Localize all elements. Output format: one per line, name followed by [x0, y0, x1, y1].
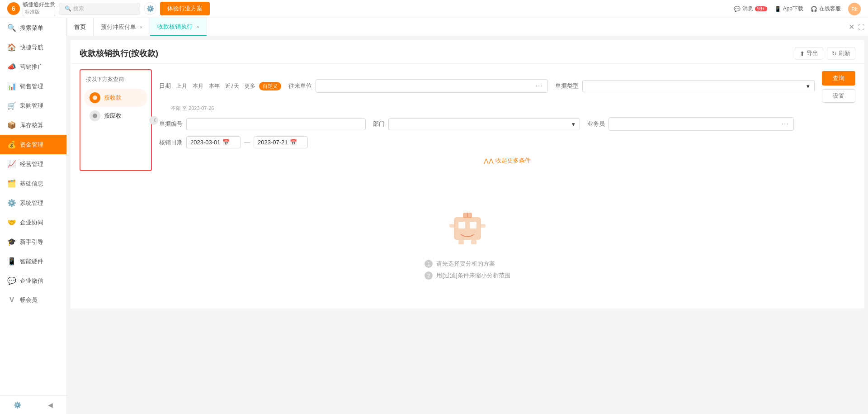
sidebar-item-operations[interactable]: 📈 经营管理: [0, 154, 66, 174]
tab-home-label: 首页: [74, 23, 86, 31]
solution-button[interactable]: 体验行业方案: [160, 2, 210, 15]
filter-option-by-collection[interactable]: 按收款: [84, 89, 147, 107]
date-no-limit-text: 不限 至 2023-07-26: [171, 105, 214, 111]
app-download-label: App下载: [783, 5, 803, 13]
department-filter-item: 部门 ▾: [373, 118, 580, 130]
sidebar: 🔍 搜索菜单 🏠 快捷导航 📣 营销推广 📊 销售管理 🛒 采购管理 📦 库存核…: [0, 18, 67, 414]
sidebar-label-system: 系统管理: [20, 199, 43, 207]
filter-option-receivable-label: 按应收: [104, 112, 122, 120]
date-filter-item: 日期 上月 本月 本年 近7天 更多 自定义: [159, 81, 281, 91]
date-this-month-btn[interactable]: 本月: [191, 81, 205, 91]
collection-option-icon: [90, 92, 100, 103]
sidebar-item-finance[interactable]: 💰 资金管理: [0, 135, 66, 154]
sidebar-item-shortcuts[interactable]: 🏠 快捷导航: [0, 38, 66, 57]
tab-collection-label: 收款核销执行: [157, 23, 193, 31]
system-icon: ⚙️: [7, 199, 16, 207]
enterprise-icon: 🤝: [7, 218, 16, 227]
sidebar-collapse-arrow[interactable]: 《: [149, 116, 158, 125]
user-avatar[interactable]: Rit: [848, 3, 861, 15]
calendar-start-icon: 📅: [222, 139, 230, 146]
tab-prepay-close[interactable]: ×: [140, 24, 142, 30]
sidebar-label-shortcuts: 快捷导航: [20, 43, 43, 52]
salesperson-filter-item: 业务员 ···: [587, 117, 794, 131]
salesperson-select[interactable]: ···: [609, 117, 794, 131]
sidebar-item-wechat[interactable]: 💬 企业微信: [0, 271, 66, 290]
filter-option-collection-label: 按收款: [104, 94, 122, 102]
search-button[interactable]: 查询: [822, 71, 855, 86]
date-more-btn[interactable]: 更多: [243, 81, 257, 91]
logo: 6 畅捷通好生意 标准版: [7, 1, 55, 16]
department-chevron: ▾: [572, 121, 575, 128]
empty-tip-1-text: 请先选择要分析的方案: [436, 258, 495, 270]
tab-close-all-btn[interactable]: ✕: [849, 23, 854, 31]
collapse-up-icon: ⋀⋀: [484, 157, 494, 164]
svg-rect-9: [458, 240, 464, 244]
verify-date-filter-item: 核销日期 2023-03-01 📅 — 2023-07-21: [159, 136, 308, 148]
empty-tip-1: 1 请先选择要分析的方案: [425, 258, 510, 270]
salesperson-dots[interactable]: ···: [782, 120, 789, 128]
sidebar-item-search[interactable]: 🔍 搜索菜单: [0, 18, 66, 38]
sidebar-item-marketing[interactable]: 📣 营销推广: [0, 57, 66, 76]
sidebar-bottom: ⚙️ ◀: [0, 395, 66, 414]
app-download-button[interactable]: 📱 App下载: [774, 5, 803, 13]
vip-icon: V: [7, 296, 16, 304]
sidebar-item-guide[interactable]: 🎓 新手引导: [0, 232, 66, 252]
logo-icon: 6: [7, 2, 20, 15]
tab-bar: 首页 预付冲应付单 × 收款核销执行 × ✕ ⛶: [67, 18, 868, 36]
top-bar: 6 畅捷通好生意 标准版 🔍 搜索 ⚙️ 体验行业方案 💬 消息 99+ 📱 A…: [0, 0, 868, 18]
online-service-button[interactable]: 🎧 在线客服: [811, 5, 841, 13]
doc-type-label: 单据类型: [555, 82, 579, 90]
brand-sub: 标准版: [23, 8, 55, 16]
svg-rect-4: [470, 222, 476, 228]
sidebar-item-hardware[interactable]: 📱 智能硬件: [0, 252, 66, 271]
filter-row-2: 单据编号 部门 ▾ 业务员: [159, 117, 855, 131]
sidebar-label-guide: 新手引导: [20, 238, 43, 246]
counterparty-label: 往来单位: [288, 82, 312, 90]
settings-icon[interactable]: ⚙️: [144, 2, 156, 15]
date-7days-btn[interactable]: 近7天: [223, 81, 241, 91]
tab-collection[interactable]: 收款核销执行 ×: [150, 18, 207, 36]
sidebar-item-enterprise[interactable]: 🤝 企业协同: [0, 213, 66, 232]
sidebar-item-system[interactable]: ⚙️ 系统管理: [0, 193, 66, 213]
sidebar-item-inventory[interactable]: 📦 库存核算: [0, 115, 66, 135]
search-bar[interactable]: 🔍 搜索: [59, 3, 140, 15]
sidebar-settings-btn[interactable]: ⚙️: [10, 400, 25, 410]
doc-number-input[interactable]: [186, 118, 366, 130]
verify-date-end-field[interactable]: 2023-07-21 📅: [254, 136, 308, 148]
export-icon: ⬆: [800, 50, 805, 57]
department-select[interactable]: ▾: [388, 118, 580, 130]
counterparty-dots[interactable]: ···: [536, 82, 543, 90]
doc-number-label: 单据编号: [159, 120, 183, 128]
sidebar-collapse-btn[interactable]: ◀: [44, 400, 57, 410]
tab-home[interactable]: 首页: [67, 18, 94, 36]
sidebar-item-purchase[interactable]: 🛒 采购管理: [0, 96, 66, 115]
inventory-icon: 📦: [7, 121, 16, 129]
date-last-month-btn[interactable]: 上月: [175, 81, 189, 91]
sidebar-label-basic-info: 基础信息: [20, 180, 43, 188]
doc-type-select[interactable]: ▾: [582, 80, 815, 92]
date-this-year-btn[interactable]: 本年: [207, 81, 222, 91]
svg-point-1: [93, 114, 97, 118]
sidebar-item-vip[interactable]: V 畅会员: [0, 290, 66, 309]
tab-collection-close[interactable]: ×: [196, 24, 199, 29]
search-placeholder: 搜索: [73, 5, 84, 13]
tab-prepay[interactable]: 预付冲应付单 ×: [94, 18, 150, 36]
content-area: 首页 预付冲应付单 × 收款核销执行 × ✕ ⛶ 收款核销执行(按收款): [67, 18, 868, 414]
message-button[interactable]: 💬 消息 99+: [734, 5, 767, 13]
filter-option-by-receivable[interactable]: 按应收: [84, 107, 147, 125]
page-header: 收款核销执行(按收款) ⬆ 导出 ↻ 刷新: [71, 40, 864, 64]
tab-expand-btn[interactable]: ⛶: [858, 24, 864, 31]
verify-date-start-field[interactable]: 2023-03-01 📅: [186, 136, 241, 148]
sidebar-item-sales[interactable]: 📊 销售管理: [0, 76, 66, 96]
filter-area: 按以下方案查询 按收款 按应收: [71, 64, 864, 176]
collapse-more-button[interactable]: ⋀⋀ 收起更多条件: [475, 154, 540, 167]
refresh-button[interactable]: ↻ 刷新: [827, 47, 855, 60]
sidebar-label-vip: 畅会员: [20, 296, 38, 304]
sidebar-label-enterprise: 企业协同: [20, 219, 43, 227]
sidebar-item-basic-info[interactable]: 🗂️ 基础信息: [0, 174, 66, 193]
collapse-more-label: 收起更多条件: [495, 157, 531, 165]
date-custom-btn[interactable]: 自定义: [259, 82, 281, 90]
counterparty-select[interactable]: ···: [316, 79, 548, 93]
export-button[interactable]: ⬆ 导出: [795, 47, 823, 60]
filter-settings-button[interactable]: 设置: [822, 89, 855, 103]
